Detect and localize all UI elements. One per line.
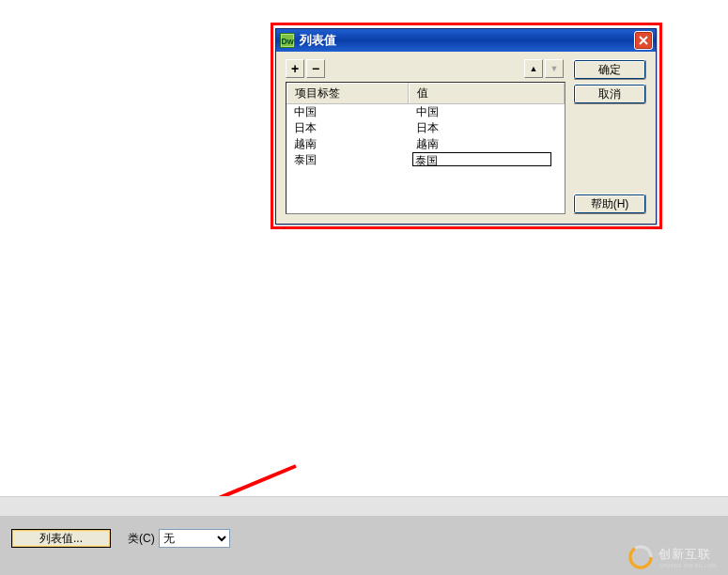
dialog-left-pane: + − ▲ ▼ 项目标签 值 中国 中国 日本 日	[286, 59, 565, 214]
help-button[interactable]: 帮助(H)	[573, 194, 646, 214]
cell-label[interactable]: 中国	[287, 104, 409, 120]
move-up-button[interactable]: ▲	[524, 59, 543, 78]
dialog-title: 列表值	[300, 32, 634, 49]
cell-label[interactable]: 泰国	[287, 152, 409, 168]
dialog-titlebar[interactable]: Dw 列表值	[276, 29, 656, 52]
class-label: 类(C)	[128, 531, 155, 547]
dialog-body: + − ▲ ▼ 项目标签 值 中国 中国 日本 日	[276, 52, 656, 224]
cell-label[interactable]: 越南	[287, 136, 409, 152]
move-down-button[interactable]: ▼	[545, 59, 564, 78]
cell-value[interactable]: 中国	[409, 104, 565, 120]
cell-value[interactable]: 日本	[409, 120, 565, 136]
list-rows: 中国 中国 日本 日本 越南 越南 泰国 泰国	[287, 104, 565, 213]
list-row[interactable]: 中国 中国	[287, 104, 565, 120]
ok-button[interactable]: 确定	[573, 59, 646, 80]
column-header-value[interactable]: 值	[409, 83, 565, 103]
cancel-button[interactable]: 取消	[573, 84, 646, 104]
list-values-button[interactable]: 列表值...	[11, 529, 111, 548]
add-item-button[interactable]: +	[286, 59, 304, 78]
properties-panel: 列表值... 类(C) 无	[0, 516, 728, 575]
close-icon	[639, 36, 648, 45]
class-select[interactable]: 无	[159, 529, 230, 548]
list-values-dialog: Dw 列表值 + − ▲ ▼ 项目标签 值 中国	[275, 28, 657, 225]
list-row[interactable]: 日本 日本	[287, 120, 565, 136]
remove-item-button[interactable]: −	[306, 59, 325, 78]
cell-value-editing[interactable]: 泰国	[412, 152, 551, 166]
dialog-right-pane: 确定 取消 帮助(H)	[573, 59, 646, 214]
list-row[interactable]: 越南 越南	[287, 136, 565, 152]
items-list[interactable]: 项目标签 值 中国 中国 日本 日本 越南 越南	[286, 82, 565, 214]
list-row[interactable]: 泰国 泰国	[287, 152, 565, 168]
app-icon: Dw	[280, 33, 295, 48]
cell-value[interactable]: 越南	[409, 136, 565, 152]
panel-gap	[0, 497, 728, 516]
list-toolbar: + − ▲ ▼	[286, 59, 565, 78]
cell-label[interactable]: 日本	[287, 120, 409, 136]
column-header-label[interactable]: 项目标签	[287, 83, 409, 103]
right-spacer	[573, 108, 646, 190]
list-header: 项目标签 值	[287, 83, 565, 104]
close-button[interactable]	[634, 31, 653, 50]
